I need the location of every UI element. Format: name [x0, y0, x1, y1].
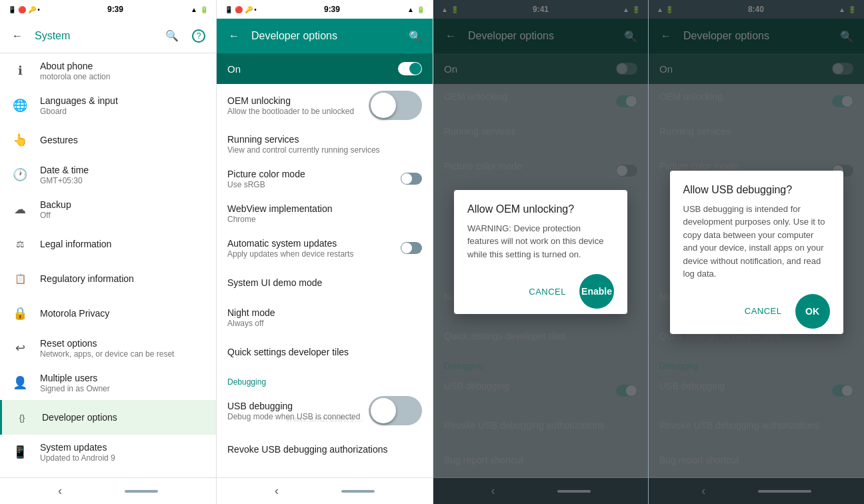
nav-back-icon-mid[interactable]: ‹ [275, 484, 279, 498]
settings-item-regulatory[interactable]: 📋 Regulatory information [0, 261, 216, 296]
debugging-header: Debugging [217, 369, 433, 389]
dev-item-quicktiles[interactable]: Quick settings developer tiles [217, 335, 433, 369]
search-button[interactable]: 🔍 [163, 27, 181, 45]
settings-item-updates[interactable]: 📱 System updates Updated to Android 9 [0, 435, 216, 469]
appbar-title-system: System [35, 30, 155, 42]
dev-demo-text: System UI demo mode [227, 277, 422, 288]
gestures-icon: 👆 [11, 133, 29, 147]
autoupdate-toggle-thumb [401, 243, 412, 253]
dev-item-color[interactable]: Picture color mode Use sRGB [217, 161, 433, 196]
notification-icons: 📱 🔴 🔑 • [8, 6, 40, 13]
dev-autoupdate-text: Automatic system updates Apply updates w… [227, 238, 401, 259]
about-title: About phone [40, 61, 205, 71]
status-bar-middle: 📱 🔴 🔑 • 9:39 ▲ 🔋 [217, 0, 433, 19]
dev-night-text: Night mode Always off [227, 307, 422, 328]
dev-color-title: Picture color mode [227, 169, 401, 179]
settings-item-legal[interactable]: ⚖ Legal information [0, 227, 216, 261]
reset-text: Reset options Network, apps, or device c… [40, 338, 205, 359]
updates-icon: 📱 [11, 445, 29, 459]
oem-dialog-title: Allow OEM unlocking? [467, 203, 614, 215]
datetime-icon: 🕐 [11, 167, 29, 182]
dev-night-sub: Always off [227, 319, 422, 328]
dev-oem-title: OEM unlocking [227, 95, 369, 106]
on-toggle-thumb [409, 63, 421, 75]
autoupdate-toggle[interactable] [401, 242, 422, 254]
settings-item-backup[interactable]: ☁ Backup Off [0, 192, 216, 227]
usb-ok-button[interactable]: OK [795, 294, 830, 329]
oem-toggle-large[interactable] [369, 91, 422, 120]
backup-title: Backup [40, 199, 205, 210]
on-toggle[interactable] [398, 62, 422, 75]
legal-title: Legal information [40, 239, 205, 249]
language-sub: Gboard [40, 107, 205, 116]
settings-item-gestures[interactable]: 👆 Gestures [0, 123, 216, 157]
about-icon: ℹ [11, 63, 29, 78]
dev-demo-title: System UI demo mode [227, 277, 422, 288]
dev-color-text: Picture color mode Use sRGB [227, 169, 401, 189]
dev-item-oem[interactable]: OEM unlocking Allow the bootloader to be… [217, 84, 433, 127]
about-sub: motorola one action [40, 72, 205, 81]
dev-webview-sub: Chrome [227, 215, 422, 224]
dev-item-bugreport[interactable]: Bug report shortcut [217, 467, 433, 477]
status-left-mid: 📱 🔴 🔑 • [225, 6, 257, 13]
oem-dialog-overlay: Allow OEM unlocking? WARNING: Device pro… [433, 0, 648, 504]
system-settings-list: ℹ About phone motorola one action 🌐 Lang… [0, 53, 216, 477]
oem-cancel-button[interactable]: Cancel [521, 281, 574, 302]
color-toggle-thumb [401, 173, 412, 184]
nav-back-icon[interactable]: ‹ [58, 484, 62, 498]
wifi-icon-mid: ▲ [407, 6, 414, 13]
reset-icon: ↩ [11, 341, 29, 355]
dev-item-running[interactable]: Running services View and control curren… [217, 127, 433, 161]
usb-dialog-body: USB debugging is intended for developmen… [683, 203, 830, 281]
settings-item-privacy[interactable]: 🔒 Motorola Privacy [0, 296, 216, 331]
dev-item-demo[interactable]: System UI demo mode [217, 265, 433, 300]
dev-usb-title: USB debugging [227, 401, 369, 411]
oem-toggle-container[interactable] [369, 91, 422, 120]
dev-night-title: Night mode [227, 307, 422, 318]
language-icon: 🌐 [11, 98, 29, 113]
settings-item-users[interactable]: 👤 Multiple users Signed in as Owner [0, 365, 216, 400]
settings-item-language[interactable]: 🌐 Languages & input Gboard [0, 88, 216, 123]
about-text: About phone motorola one action [40, 61, 205, 81]
dev-item-usb[interactable]: USB debugging Debug mode when USB is con… [217, 389, 433, 432]
developer-icon: {} [13, 413, 31, 423]
back-icon-mid: ← [229, 30, 239, 42]
oem-dialog-panel: ▲ 🔋 9:41 ▲ 🔋 ← Developer options 🔍 On OE… [433, 0, 649, 504]
dev-color-sub: Use sRGB [227, 180, 401, 189]
appbar-title-dev: Developer options [251, 30, 398, 42]
color-toggle[interactable] [401, 173, 422, 185]
updates-title: System updates [40, 442, 205, 453]
dev-item-night[interactable]: Night mode Always off [217, 300, 433, 335]
dev-item-revoke[interactable]: Revoke USB debugging authorizations [217, 432, 433, 467]
usb-dialog-panel: ▲ 🔋 8:40 ▲ 🔋 ← Developer options 🔍 On OE… [649, 0, 864, 504]
oem-enable-button[interactable]: Enable [579, 274, 614, 309]
language-title: Languages & input [40, 95, 205, 106]
dev-item-webview[interactable]: WebView implementation Chrome [217, 196, 433, 231]
datetime-text: Date & time GMT+05:30 [40, 165, 205, 185]
usb-dialog-title: Allow USB debugging? [683, 184, 830, 196]
search-button-mid[interactable]: 🔍 [406, 27, 425, 45]
status-left-icons: 📱 🔴 🔑 • [8, 6, 40, 13]
usb-dialog-overlay: Allow USB debugging? USB debugging is in… [649, 0, 864, 504]
reset-sub: Network, apps, or device can be reset [40, 349, 205, 359]
back-icon: ← [12, 30, 23, 42]
system-appbar: ← System 🔍 ? [0, 19, 216, 53]
settings-item-datetime[interactable]: 🕐 Date & time GMT+05:30 [0, 157, 216, 192]
dev-webview-title: WebView implementation [227, 203, 422, 214]
regulatory-text: Regulatory information [40, 273, 205, 284]
privacy-icon: 🔒 [11, 306, 29, 321]
dev-oem-sub: Allow the bootloader to be unlocked [227, 107, 369, 116]
settings-item-reset[interactable]: ↩ Reset options Network, apps, or device… [0, 331, 216, 365]
oem-toggle-thumb [371, 93, 396, 118]
dev-item-autoupdate[interactable]: Automatic system updates Apply updates w… [217, 231, 433, 265]
dev-running-sub: View and control currently running servi… [227, 145, 422, 155]
usb-cancel-button[interactable]: Cancel [737, 301, 790, 321]
back-button-mid[interactable]: ← [225, 27, 243, 45]
privacy-title: Motorola Privacy [40, 308, 205, 319]
on-row[interactable]: On [217, 53, 433, 84]
settings-item-developer[interactable]: {} Developer options [0, 400, 216, 435]
dev-autoupdate-title: Automatic system updates [227, 238, 401, 249]
settings-item-about[interactable]: ℹ About phone motorola one action [0, 53, 216, 88]
help-button[interactable]: ? [189, 27, 208, 45]
back-button[interactable]: ← [8, 27, 27, 45]
